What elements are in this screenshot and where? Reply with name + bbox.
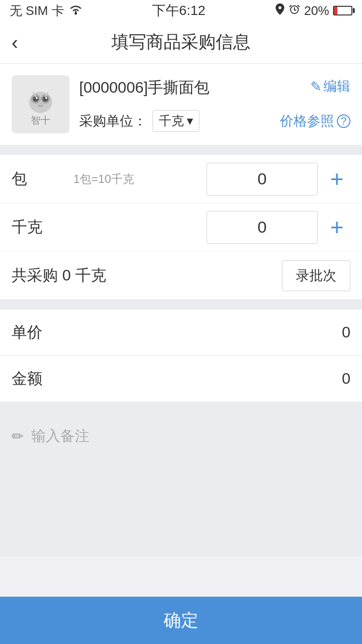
pencil-icon: ✏ (12, 428, 24, 445)
bag-hint: 1包=10千克 (73, 171, 134, 187)
bag-value: 0 (258, 169, 267, 188)
wifi-icon (69, 3, 83, 18)
product-name: [0000006]手撕面包 (79, 77, 209, 98)
product-logo-text: 智十 (31, 114, 50, 127)
status-time: 下午6:12 (152, 1, 206, 20)
price-ref-label: 价格参照 (280, 112, 334, 130)
input-section: 包 1包=10千克 0 + 千克 0 + 共采购 0 千克 录批次 (0, 155, 362, 300)
bag-input-row: 包 1包=10千克 0 + (0, 155, 362, 203)
notes-section[interactable]: ✏ 输入备注 (0, 412, 362, 460)
amount-row: 金额 0 (0, 356, 362, 402)
price-ref-help-icon: ? (337, 114, 350, 128)
nav-bar: ‹ 填写商品采购信息 (0, 21, 362, 64)
status-bar: 无 SIM 卡 下午6:12 20% (0, 0, 362, 21)
price-reference-button[interactable]: 价格参照 ? (280, 112, 350, 130)
unit-select-dropdown[interactable]: 千克 ▾ (153, 110, 199, 132)
main-content: 智十 [0000006]手撕面包 ✎ 编辑 采购单位： 千克 ▾ (0, 64, 362, 604)
alarm-icon (289, 3, 300, 18)
kg-value: 0 (258, 218, 267, 237)
battery-icon (333, 6, 352, 15)
product-name-row: [0000006]手撕面包 ✎ 编辑 (79, 77, 350, 98)
edit-button[interactable]: ✎ 编辑 (310, 77, 350, 96)
status-bar-right: 20% (275, 3, 352, 18)
kg-label: 千克 (12, 217, 70, 238)
unit-label: 采购单位： (79, 112, 147, 130)
confirm-button[interactable]: 确定 (0, 597, 362, 644)
amount-label: 金额 (12, 368, 342, 390)
battery-percent: 20% (304, 3, 329, 18)
unit-price-row: 单价 0 (0, 309, 362, 356)
total-row: 共采购 0 千克 录批次 (0, 252, 362, 300)
unit-row: 采购单位： 千克 ▾ 价格参照 ? (79, 110, 350, 132)
batch-button[interactable]: 录批次 (282, 260, 350, 291)
price-section: 单价 0 金额 0 (0, 309, 362, 402)
unit-value: 千克 (159, 112, 184, 129)
unit-price-label: 单价 (12, 322, 342, 343)
content-filler (0, 460, 362, 557)
section-divider-1 (0, 145, 362, 155)
status-bar-left: 无 SIM 卡 (10, 2, 83, 19)
svg-point-0 (74, 12, 77, 14)
kg-plus-button[interactable]: + (323, 214, 350, 241)
kg-input-row: 千克 0 + (0, 203, 362, 252)
product-info: [0000006]手撕面包 ✎ 编辑 采购单位： 千克 ▾ 价格参照 (79, 75, 350, 132)
section-divider-3 (0, 402, 362, 412)
total-label: 共采购 0 千克 (12, 265, 106, 286)
product-card: 智十 [0000006]手撕面包 ✎ 编辑 采购单位： 千克 ▾ (0, 64, 362, 145)
svg-point-1 (278, 6, 281, 9)
location-icon (275, 3, 285, 18)
bag-label: 包 (12, 168, 70, 190)
edit-label: 编辑 (323, 77, 350, 96)
sim-label: 无 SIM 卡 (10, 2, 64, 19)
bag-quantity-input[interactable]: 0 (207, 163, 318, 196)
amount-value: 0 (342, 370, 350, 388)
unit-price-value: 0 (342, 323, 350, 341)
dropdown-arrow-icon: ▾ (187, 113, 193, 128)
notes-placeholder: 输入备注 (31, 426, 89, 446)
svg-point-9 (45, 97, 47, 99)
page-title: 填写商品采购信息 (111, 30, 251, 54)
edit-icon: ✎ (310, 79, 321, 95)
plus-icon: + (330, 168, 344, 191)
product-image: 智十 (12, 75, 70, 133)
svg-point-8 (36, 97, 38, 99)
kg-quantity-input[interactable]: 0 (207, 211, 318, 244)
confirm-label: 确定 (164, 609, 198, 632)
plus-icon: + (330, 216, 344, 239)
bag-plus-button[interactable]: + (323, 166, 350, 193)
section-divider-2 (0, 300, 362, 309)
back-button[interactable]: ‹ (12, 28, 28, 57)
